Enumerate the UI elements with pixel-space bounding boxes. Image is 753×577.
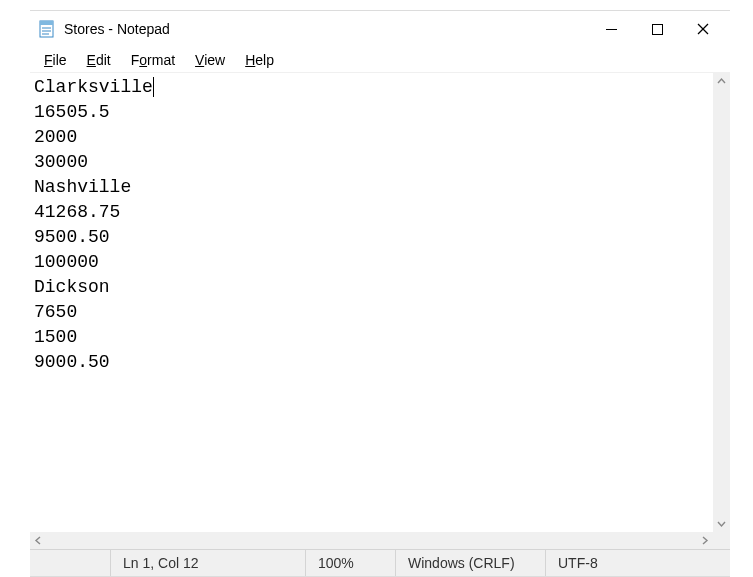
menu-edit[interactable]: Edit <box>77 50 121 70</box>
window-title: Stores - Notepad <box>64 21 170 37</box>
menu-format[interactable]: Format <box>121 50 185 70</box>
close-button[interactable] <box>680 13 726 45</box>
status-zoom: 100% <box>305 550 395 576</box>
notepad-icon <box>38 20 56 38</box>
scroll-down-arrow-icon[interactable] <box>713 515 730 532</box>
vertical-scrollbar[interactable] <box>713 73 730 532</box>
statusbar: Ln 1, Col 12 100% Windows (CRLF) UTF-8 <box>30 549 730 576</box>
scroll-left-arrow-icon[interactable] <box>30 532 47 549</box>
scroll-right-arrow-icon[interactable] <box>696 532 713 549</box>
menubar: File Edit Format View Help <box>30 47 730 73</box>
text-editor[interactable]: Clarksville16505.5200030000Nashville4126… <box>30 73 713 532</box>
scroll-up-arrow-icon[interactable] <box>713 73 730 90</box>
window-controls <box>588 13 726 45</box>
maximize-button[interactable] <box>634 13 680 45</box>
titlebar[interactable]: Stores - Notepad <box>30 11 730 47</box>
status-line-ending: Windows (CRLF) <box>395 550 545 576</box>
notepad-window: Stores - Notepad File Edit Format View H… <box>30 10 730 577</box>
svg-rect-6 <box>652 24 662 34</box>
svg-rect-1 <box>40 21 53 25</box>
status-encoding: UTF-8 <box>545 550 730 576</box>
horizontal-scrollbar[interactable] <box>30 532 713 549</box>
menu-view[interactable]: View <box>185 50 235 70</box>
resize-grip[interactable] <box>713 532 730 549</box>
status-cursor-position: Ln 1, Col 12 <box>110 550 305 576</box>
menu-file[interactable]: File <box>34 50 77 70</box>
menu-help[interactable]: Help <box>235 50 284 70</box>
minimize-button[interactable] <box>588 13 634 45</box>
